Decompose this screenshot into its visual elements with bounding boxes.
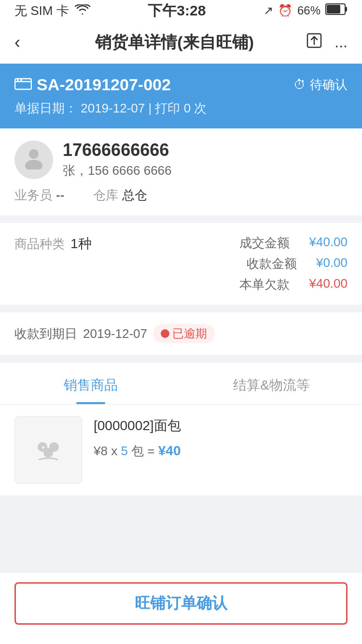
avatar-icon [22,145,46,174]
due-date-label: 收款到期日 [14,325,77,342]
status-clock-icon: ⏱ [293,77,306,92]
page-title: 销货单详情(来自旺铺) [95,31,254,54]
salesperson-value: -- [56,188,64,203]
date-label: 单据日期： [14,101,77,115]
overdue-text: 已逾期 [172,326,207,341]
customer-name: 张，156 6666 6666 [63,162,172,179]
multiply-sign: x [111,444,121,458]
order-id-text: SA-20191207-002 [37,75,171,94]
product-code: [0000002] [94,418,154,433]
quantity: 5 [121,444,127,458]
status-bar: 无 SIM 卡 下午3:28 ↗ ⏰ 66% [0,0,362,21]
tabs-header: 销售商品 结算&物流等 [0,363,362,405]
customer-info: 17666666666 张，156 6666 6666 [63,140,172,179]
product-name: [0000002]面包 [94,416,348,435]
tabs-section: 销售商品 结算&物流等 + [0000002]面包 ¥8 x 5 包 = [0,363,362,495]
overdue-dot-icon [161,329,169,338]
battery-icon [325,3,348,18]
due-date-value: 2019-12-07 [83,326,147,341]
date-value: 2019-12-07 [81,101,145,115]
salesperson-field: 业务员 -- [14,187,64,204]
svg-rect-2 [327,5,340,14]
share-icon[interactable] [306,32,323,53]
bottom-bar: 旺铺订单确认 [0,572,362,644]
amounts-section: 成交金额 ¥40.00 收款金额 ¥0.00 本单欠款 ¥40.00 [239,235,348,293]
transaction-amount-label: 成交金额 [239,235,290,252]
svg-text:+: + [42,444,45,451]
back-button[interactable]: ‹ [14,32,43,53]
status-left: 无 SIM 卡 [14,2,90,19]
location-icon: ↗ [264,4,273,17]
confirm-wangpu-button[interactable]: 旺铺订单确认 [14,582,348,625]
received-amount-row: 收款金额 ¥0.00 [247,255,348,272]
due-date-section: 收款到期日 2019-12-07 已逾期 [0,312,362,355]
outstanding-amount-value: ¥40.00 [309,276,348,293]
tab-sales-products[interactable]: 销售商品 [0,363,181,404]
order-date: 单据日期： 2019-12-07 | 打印 0 次 [14,100,348,117]
more-button[interactable]: ... [334,33,348,51]
svg-rect-1 [346,7,347,12]
product-price: ¥8 x 5 包 = ¥40 [94,443,348,460]
equals-sign: = [147,444,158,458]
product-item: + [0000002]面包 ¥8 x 5 包 = ¥40 [0,405,362,495]
summary-row: 商品种类 1种 成交金额 ¥40.00 收款金额 ¥0.00 本单欠款 ¥40.… [14,235,348,293]
customer-meta: 业务员 -- 仓库 总仓 [14,187,348,204]
unit: 包 [131,444,144,458]
print-info: | 打印 0 次 [148,101,207,115]
status-right: ↗ ⏰ 66% [264,3,348,18]
product-title: 面包 [154,418,181,433]
transaction-amount-row: 成交金额 ¥40.00 [239,235,348,252]
order-id-icon [14,75,32,94]
avatar [14,140,53,179]
total-price: ¥40 [158,443,181,458]
order-header: SA-20191207-002 ⏱ 待确认 单据日期： 2019-12-07 |… [0,64,362,128]
goods-kind-label: 商品种类 [14,236,65,252]
outstanding-amount-label: 本单欠款 [239,276,290,293]
svg-point-7 [29,149,39,159]
no-sim-text: 无 SIM 卡 [14,2,69,19]
order-status: ⏱ 待确认 [293,76,348,93]
outstanding-amount-row: 本单欠款 ¥40.00 [239,276,348,293]
customer-section: 17666666666 张，156 6666 6666 业务员 -- 仓库 总仓 [0,128,362,215]
tab-settlement[interactable]: 结算&物流等 [181,363,362,404]
goods-kind-field: 商品种类 1种 [14,235,92,253]
status-time: 下午3:28 [148,1,206,21]
transaction-amount-value: ¥40.00 [309,235,348,252]
unit-price: ¥8 [94,444,108,458]
goods-kind-value: 1种 [70,235,92,253]
received-amount-value: ¥0.00 [316,255,348,272]
salesperson-label: 业务员 [14,187,52,204]
warehouse-value: 总仓 [122,187,147,204]
order-id: SA-20191207-002 [14,75,171,94]
wifi-icon [75,3,90,18]
product-thumbnail: + [14,416,82,484]
overdue-badge: 已逾期 [153,324,215,343]
svg-point-5 [17,79,19,81]
nav-bar: ‹ 销货单详情(来自旺铺) ... [0,21,362,64]
svg-point-6 [20,79,22,81]
status-text: 待确认 [310,76,348,93]
warehouse-label: 仓库 [93,187,118,204]
alarm-icon: ⏰ [278,4,292,17]
received-amount-label: 收款金额 [247,255,297,272]
order-header-top: SA-20191207-002 ⏱ 待确认 [14,75,348,94]
nav-actions: ... [306,32,348,53]
svg-point-8 [25,160,42,169]
order-summary-section: 商品种类 1种 成交金额 ¥40.00 收款金额 ¥0.00 本单欠款 ¥40.… [0,223,362,305]
battery-text: 66% [297,4,320,17]
product-info: [0000002]面包 ¥8 x 5 包 = ¥40 [94,416,348,460]
warehouse-field: 仓库 总仓 [93,187,147,204]
customer-row: 17666666666 张，156 6666 6666 [14,140,348,179]
customer-phone: 17666666666 [63,140,172,160]
